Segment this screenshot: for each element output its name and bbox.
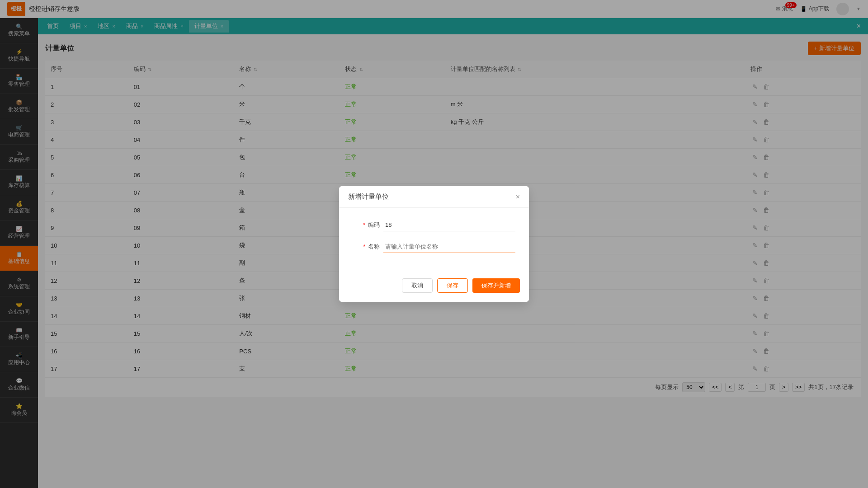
name-form-row: * 名称 xyxy=(353,240,515,253)
code-input[interactable] xyxy=(383,219,515,231)
add-unit-modal: 新增计量单位 × * 编码 * 名称 取消 保存 保存并新增 xyxy=(339,186,529,302)
code-required-mark: * xyxy=(363,221,365,228)
save-button[interactable]: 保存 xyxy=(437,278,468,293)
modal-close-button[interactable]: × xyxy=(516,193,520,201)
code-form-row: * 编码 xyxy=(353,219,515,231)
save-and-new-button[interactable]: 保存并新增 xyxy=(472,278,520,293)
name-required-mark: * xyxy=(363,243,365,250)
cancel-button[interactable]: 取消 xyxy=(402,278,433,293)
modal-overlay[interactable]: 新增计量单位 × * 编码 * 名称 取消 保存 保存并新增 xyxy=(0,0,868,488)
modal-body: * 编码 * 名称 xyxy=(339,208,529,273)
modal-title: 新增计量单位 xyxy=(348,192,389,201)
code-label: * 编码 xyxy=(353,221,380,229)
modal-footer: 取消 保存 保存并新增 xyxy=(339,273,529,302)
modal-header: 新增计量单位 × xyxy=(339,186,529,208)
name-input[interactable] xyxy=(383,240,515,253)
name-label: * 名称 xyxy=(353,243,380,251)
